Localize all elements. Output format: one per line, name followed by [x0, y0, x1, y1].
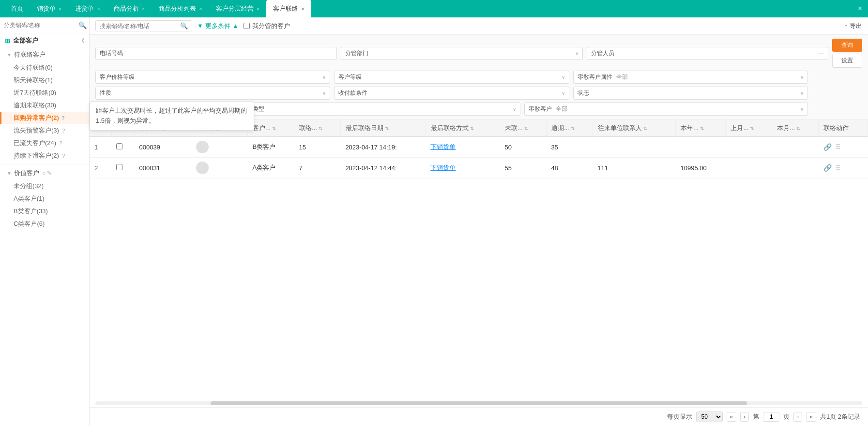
field-status[interactable]: 状态 ∨ — [573, 87, 808, 100]
field-manager[interactable]: 分管人员 ··· — [587, 47, 828, 60]
my-customers-checkbox-wrap[interactable]: 我分管的客户 — [244, 22, 290, 30]
col-type[interactable]: 客户...⇅ — [248, 120, 294, 137]
row-checkbox[interactable] — [116, 164, 122, 170]
field-phone[interactable]: 电话号码 — [95, 47, 337, 60]
question-icon: ? — [62, 153, 65, 159]
cell-year-amt — [676, 137, 726, 158]
sidebar-search-bar: 🔍 — [0, 17, 89, 33]
col-contact[interactable]: 联络...⇅ — [294, 120, 341, 137]
query-button[interactable]: 查询 — [832, 39, 862, 52]
sidebar-item-today[interactable]: 今天待联络(0) — [0, 61, 89, 74]
filter-search-input[interactable] — [100, 23, 180, 29]
horizontal-scrollbar[interactable] — [95, 401, 862, 405]
close-icon[interactable]: × — [199, 6, 202, 12]
page-number-input[interactable] — [763, 412, 779, 422]
row-checkbox[interactable] — [116, 143, 122, 149]
prev-page-button[interactable]: ‹ — [740, 412, 749, 422]
sidebar-item-b-class[interactable]: B类客户(33) — [0, 205, 89, 218]
sidebar-item-ungroup[interactable]: 未分组(32) — [0, 180, 89, 192]
col-uncontact[interactable]: 未联...⇅ — [500, 120, 546, 137]
close-all-button[interactable]: × — [858, 4, 862, 13]
menu-action-icon[interactable]: ⠿ — [836, 164, 840, 172]
sidebar-item-tomorrow[interactable]: 明天待联络(1) — [0, 74, 89, 87]
collapse-icon[interactable]: 《 — [79, 37, 84, 44]
col-last-month[interactable]: 上月...⇅ — [726, 120, 772, 137]
cell-last-date: 2023-04-17 14:19: — [340, 137, 426, 158]
cell-type: A类客户 — [248, 158, 294, 178]
filter-more-button[interactable]: ▼ 更多条件 ▲ — [197, 22, 239, 30]
last-page-button[interactable]: » — [806, 412, 816, 422]
value-group-settings-icon[interactable]: ✎ — [47, 170, 52, 176]
col-year-amt[interactable]: 本年...⇅ — [676, 120, 726, 137]
col-last-date[interactable]: 最后联络日期⇅ — [340, 120, 426, 137]
set-button[interactable]: 设置 — [832, 54, 862, 68]
per-page-select[interactable]: 50 10 20 100 — [696, 411, 723, 422]
sidebar-item-repurchase-anomaly[interactable]: 回购异常客户(2) ? — [0, 112, 89, 124]
menu-action-icon[interactable]: ⠿ — [836, 143, 840, 151]
cell-this-month — [772, 158, 819, 178]
col-last-method[interactable]: 最后联络方式⇅ — [426, 120, 500, 137]
link-action-icon[interactable]: 🔗 — [823, 164, 832, 172]
field-price-grade[interactable]: 客户价格等级 ∨ — [95, 71, 330, 84]
next-page-button[interactable]: › — [793, 412, 802, 422]
nav-purchase[interactable]: 进货单 × — [68, 0, 107, 17]
close-icon[interactable]: × — [59, 6, 61, 12]
sidebar-item-overdue[interactable]: 逾期未联络(30) — [0, 99, 89, 112]
nav-home[interactable]: 首页 — [4, 0, 30, 17]
nav-sales[interactable]: 销货单 × — [30, 0, 68, 17]
cell-checkbox[interactable] — [111, 158, 134, 178]
close-icon[interactable]: × — [97, 6, 100, 12]
first-page-button[interactable]: « — [727, 412, 737, 422]
cell-last-method[interactable]: 下销货单 — [426, 158, 500, 178]
scrollbar-thumb[interactable] — [211, 401, 747, 405]
chevron-down-icon: ∨ — [800, 106, 804, 112]
export-button[interactable]: ↑ 导出 — [845, 22, 863, 30]
sidebar-item-c-class[interactable]: C类客户(6) — [0, 218, 89, 230]
search-icon[interactable]: 🔍 — [180, 22, 188, 29]
link-action-icon[interactable]: 🔗 — [823, 143, 832, 151]
col-person[interactable]: 往来单位联系人⇅ — [593, 120, 675, 137]
field-dept[interactable]: 分管部门 ∨ — [341, 47, 582, 60]
adv-filter-row-3: 性质 ∨ 收付款条件 ∨ 状态 ∨ — [95, 87, 862, 100]
sidebar-item-a-class[interactable]: A类客户(1) — [0, 192, 89, 205]
sidebar-item-churned[interactable]: 已流失客户(24) ? — [0, 137, 89, 149]
top-nav: 首页 销货单 × 进货单 × 商品分析 × 商品分析列表 × 客户分层经营 × … — [0, 0, 868, 17]
close-icon[interactable]: × — [301, 6, 304, 12]
sort-icon: ⇅ — [700, 126, 704, 131]
field-nature[interactable]: 性质 ∨ — [95, 87, 330, 100]
sort-icon: ⇅ — [385, 126, 389, 131]
sidebar-item-declining[interactable]: 持续下滑客户(2) ? — [0, 149, 89, 162]
per-page-label: 每页显示 — [667, 412, 692, 421]
sidebar-item-churn-warning[interactable]: 流失预警客户(3) ? — [0, 124, 89, 137]
filter-search-box: 🔍 — [95, 20, 192, 31]
field-retail-customer[interactable]: 零散客户 全部 ∨ — [524, 103, 808, 116]
close-icon[interactable]: × — [142, 6, 145, 12]
cell-overdue: 48 — [546, 158, 593, 178]
close-icon[interactable]: × — [257, 6, 259, 12]
col-action[interactable]: 联络动作 — [819, 120, 868, 137]
sidebar-value-group[interactable]: ▼ 价值客户 ○ ✎ — [0, 166, 89, 180]
ellipsis-icon[interactable]: ··· — [818, 49, 824, 57]
sidebar-all-customers[interactable]: ⊞ 全部客户 《 — [0, 33, 89, 48]
col-overdue[interactable]: 逾期...⇅ — [546, 120, 593, 137]
field-retail-attr[interactable]: 零散客户属性 全部 ∨ — [573, 71, 808, 84]
sidebar-search-input[interactable] — [4, 22, 76, 29]
sort-icon: ⇅ — [319, 126, 322, 131]
cell-checkbox[interactable] — [111, 137, 134, 158]
field-customer-type[interactable]: 客户类型 ∨ — [237, 103, 520, 116]
arrow-icon: ▼ — [7, 171, 12, 176]
col-this-month[interactable]: 本月...⇅ — [772, 120, 819, 137]
my-customers-checkbox[interactable] — [244, 23, 250, 29]
sidebar: 🔍 ⊞ 全部客户 《 ▼ 待联络客户 今天待联络(0) 明天待联络(1) 近7天… — [0, 17, 90, 426]
nav-customer-tier[interactable]: 客户分层经营 × — [209, 0, 266, 17]
sidebar-search-icon[interactable]: 🔍 — [78, 21, 87, 29]
cell-last-method[interactable]: 下销货单 — [426, 137, 500, 158]
nav-customer-contact[interactable]: 客户联络 × — [266, 0, 311, 17]
field-customer-grade[interactable]: 客户等级 ∨ — [334, 71, 569, 84]
value-group-edit-icon[interactable]: ○ — [42, 170, 46, 176]
sidebar-group-pending-title[interactable]: ▼ 待联络客户 — [0, 48, 89, 61]
sidebar-item-7days[interactable]: 近7天待联络(0) — [0, 87, 89, 99]
nav-product-list[interactable]: 商品分析列表 × — [152, 0, 209, 17]
nav-product-analysis[interactable]: 商品分析 × — [107, 0, 152, 17]
field-payment[interactable]: 收付款条件 ∨ — [334, 87, 569, 100]
